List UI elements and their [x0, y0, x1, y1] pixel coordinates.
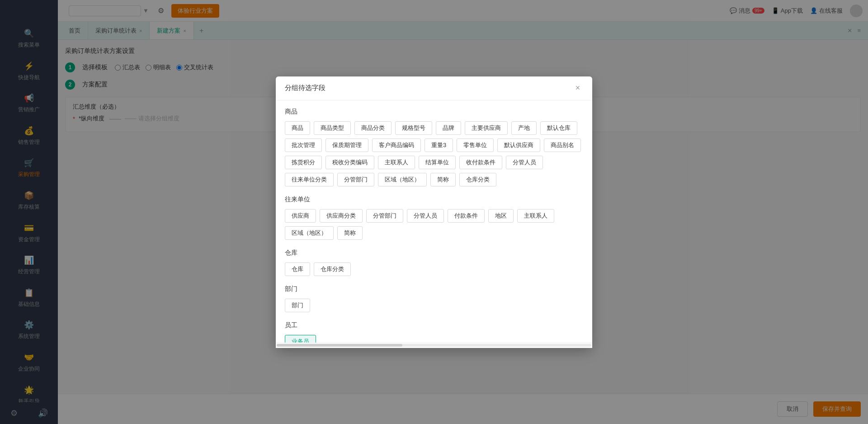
- modal-body: 商品商品商品类型商品分类规格型号品牌主要供应商产地默认仓库批次管理保质期管理客户…: [276, 100, 592, 343]
- field-grid-0: 商品商品类型商品分类规格型号品牌主要供应商产地默认仓库批次管理保质期管理客户商品…: [285, 121, 583, 186]
- field-tag-1-7[interactable]: 区域（地区）: [285, 226, 334, 240]
- field-tag-0-5[interactable]: 主要供应商: [465, 121, 508, 135]
- field-tag-0-1[interactable]: 商品类型: [314, 121, 351, 135]
- field-tag-0-16[interactable]: 税收分类编码: [326, 156, 374, 169]
- field-tag-0-3[interactable]: 规格型号: [395, 121, 432, 135]
- field-section-3: 部门部门: [285, 285, 583, 312]
- section-title-4: 员工: [285, 321, 583, 329]
- field-tag-0-2[interactable]: 商品分类: [354, 121, 392, 135]
- field-tag-0-18[interactable]: 结算单位: [419, 156, 456, 169]
- field-tag-0-4[interactable]: 品牌: [436, 121, 461, 135]
- field-tag-1-6[interactable]: 主联系人: [517, 209, 554, 223]
- field-tag-1-3[interactable]: 分管人员: [407, 209, 444, 223]
- field-tag-0-11[interactable]: 重量3: [425, 138, 453, 152]
- field-tag-2-0[interactable]: 仓库: [285, 262, 310, 276]
- field-tag-0-22[interactable]: 分管部门: [337, 173, 374, 186]
- modal-title: 分组待选字段: [285, 84, 326, 92]
- field-tag-4-0[interactable]: 业务员: [285, 335, 316, 343]
- field-tag-0-6[interactable]: 产地: [511, 121, 537, 135]
- field-grid-3: 部门: [285, 299, 583, 312]
- modal-close-icon[interactable]: ×: [572, 83, 583, 94]
- field-section-4: 员工业务员: [285, 321, 583, 343]
- field-tag-0-8[interactable]: 批次管理: [285, 138, 322, 152]
- field-tag-0-7[interactable]: 默认仓库: [540, 121, 577, 135]
- field-tag-1-5[interactable]: 地区: [488, 209, 514, 223]
- field-tag-0-15[interactable]: 拣货积分: [285, 156, 322, 169]
- field-tag-1-0[interactable]: 供应商: [285, 209, 316, 223]
- field-tag-1-8[interactable]: 简称: [337, 226, 363, 240]
- modal-header: 分组待选字段 ×: [276, 76, 592, 100]
- field-tag-0-20[interactable]: 分管人员: [506, 156, 543, 169]
- hscroll-thumb: [277, 344, 402, 347]
- field-tag-0-17[interactable]: 主联系人: [378, 156, 415, 169]
- field-grid-4: 业务员: [285, 335, 583, 343]
- field-tag-0-10[interactable]: 客户商品编码: [372, 138, 421, 152]
- field-tag-1-1[interactable]: 供应商分类: [320, 209, 363, 223]
- hscroll-track: [277, 344, 591, 347]
- field-tag-0-14[interactable]: 商品别名: [544, 138, 581, 152]
- field-tag-0-9[interactable]: 保质期管理: [326, 138, 368, 152]
- field-tag-1-4[interactable]: 付款条件: [448, 209, 485, 223]
- field-section-1: 往来单位供应商供应商分类分管部门分管人员付款条件地区主联系人区域（地区）简称: [285, 195, 583, 240]
- section-title-2: 仓库: [285, 249, 583, 257]
- field-grid-2: 仓库仓库分类: [285, 262, 583, 276]
- field-section-0: 商品商品商品类型商品分类规格型号品牌主要供应商产地默认仓库批次管理保质期管理客户…: [285, 108, 583, 186]
- section-title-1: 往来单位: [285, 195, 583, 204]
- field-tag-0-24[interactable]: 简称: [430, 173, 456, 186]
- field-grid-1: 供应商供应商分类分管部门分管人员付款条件地区主联系人区域（地区）简称: [285, 209, 583, 240]
- field-tag-0-0[interactable]: 商品: [285, 121, 310, 135]
- field-tag-0-19[interactable]: 收付款条件: [459, 156, 502, 169]
- field-tag-0-23[interactable]: 区域（地区）: [378, 173, 427, 186]
- field-select-modal: 分组待选字段 × 商品商品商品类型商品分类规格型号品牌主要供应商产地默认仓库批次…: [276, 76, 592, 348]
- field-tag-1-2[interactable]: 分管部门: [366, 209, 403, 223]
- field-tag-0-21[interactable]: 往来单位分类: [285, 173, 334, 186]
- field-section-2: 仓库仓库仓库分类: [285, 249, 583, 276]
- field-tag-0-13[interactable]: 默认供应商: [497, 138, 540, 152]
- section-title-0: 商品: [285, 108, 583, 116]
- section-title-3: 部门: [285, 285, 583, 293]
- field-tag-0-25[interactable]: 仓库分类: [459, 173, 496, 186]
- field-tag-2-1[interactable]: 仓库分类: [314, 262, 351, 276]
- field-tag-0-12[interactable]: 零售单位: [457, 138, 494, 152]
- modal-horizontal-scrollbar[interactable]: [276, 343, 592, 348]
- field-tag-3-0[interactable]: 部门: [285, 299, 310, 312]
